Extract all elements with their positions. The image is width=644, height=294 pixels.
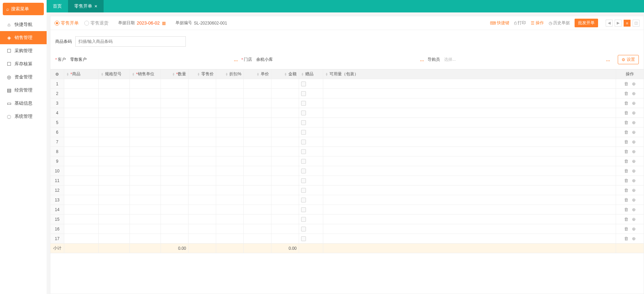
add-row-icon[interactable]: ⊕ (632, 217, 636, 222)
add-row-icon[interactable]: ⊕ (632, 159, 636, 164)
table-row[interactable]: 4🗑⊕ (50, 108, 644, 118)
gift-checkbox[interactable] (301, 207, 306, 212)
barcode-input[interactable] (75, 36, 186, 47)
table-row[interactable]: 8🗑⊕ (50, 147, 644, 157)
table-row[interactable]: 14🗑⊕ (50, 205, 644, 215)
col-spec[interactable]: ▲▼规格型号 (99, 69, 130, 79)
delete-icon[interactable]: 🗑 (624, 120, 628, 125)
delete-icon[interactable]: 🗑 (624, 226, 628, 231)
close-icon[interactable]: ✕ (94, 4, 97, 9)
add-row-icon[interactable]: ⊕ (632, 110, 636, 115)
gift-checkbox[interactable] (301, 130, 306, 135)
col-amount[interactable]: ▲▼金额 (271, 69, 299, 79)
delete-icon[interactable]: 🗑 (624, 236, 628, 241)
col-gift[interactable]: ▲▼赠品 (299, 69, 323, 79)
gift-checkbox[interactable] (301, 169, 306, 173)
gift-checkbox[interactable] (301, 236, 306, 241)
store-value[interactable]: 余杭小库 (256, 57, 417, 63)
sidebar-item-purchase[interactable]: ☐采购管理 (0, 44, 47, 57)
sidebar-item-quicknav[interactable]: ⌂快捷导航 (0, 18, 47, 31)
add-row-icon[interactable]: ⊕ (632, 139, 636, 144)
delete-icon[interactable]: 🗑 (624, 149, 628, 154)
add-row-icon[interactable]: ⊕ (632, 178, 636, 183)
col-available[interactable]: ▲▼可用量（包装） (323, 69, 616, 79)
table-row[interactable]: 7🗑⊕ (50, 137, 644, 147)
prev-icon[interactable]: ◀ (606, 20, 613, 27)
next-icon[interactable]: ▶ (615, 20, 622, 27)
table-row[interactable]: 16🗑⊕ (50, 224, 644, 234)
list-view-icon[interactable]: ≡ (624, 20, 631, 27)
add-row-icon[interactable]: ⊕ (632, 188, 636, 193)
gift-checkbox[interactable] (301, 120, 306, 125)
col-retail[interactable]: ▲▼零售价 (189, 69, 216, 79)
add-row-icon[interactable]: ⊕ (632, 81, 636, 86)
delete-icon[interactable]: 🗑 (624, 101, 628, 106)
operate-button[interactable]: ☰操作 (531, 20, 544, 26)
gift-checkbox[interactable] (301, 217, 306, 222)
add-row-icon[interactable]: ⊕ (632, 130, 636, 135)
delete-icon[interactable]: 🗑 (624, 217, 628, 222)
radio-retail-return[interactable]: 零售退货 (84, 20, 108, 26)
add-row-icon[interactable]: ⊕ (632, 168, 636, 173)
tab-retail-order[interactable]: 零售开单✕ (68, 0, 104, 12)
col-price[interactable]: ▲▼单价 (244, 69, 271, 79)
table-row[interactable]: 11🗑⊕ (50, 176, 644, 186)
gift-checkbox[interactable] (301, 82, 306, 86)
delete-icon[interactable]: 🗑 (624, 197, 628, 202)
sidebar-item-finance[interactable]: ◎资金管理 (0, 70, 47, 84)
settings-button[interactable]: ⚙设置 (618, 55, 639, 64)
gift-checkbox[interactable] (301, 178, 306, 183)
print-button[interactable]: ⎙打印 (514, 20, 526, 26)
delete-icon[interactable]: 🗑 (624, 139, 628, 144)
add-row-icon[interactable]: ⊕ (632, 226, 636, 231)
table-row[interactable]: 2🗑⊕ (50, 89, 644, 98)
delete-icon[interactable]: 🗑 (624, 207, 628, 212)
delete-icon[interactable]: 🗑 (624, 130, 628, 135)
radio-retail-order[interactable]: 零售开单 (55, 20, 79, 26)
add-row-icon[interactable]: ⊕ (632, 149, 636, 154)
table-row[interactable]: 12🗑⊕ (50, 186, 644, 195)
add-row-icon[interactable]: ⊕ (632, 236, 636, 241)
add-row-icon[interactable]: ⊕ (632, 91, 636, 96)
gift-checkbox[interactable] (301, 198, 306, 202)
delete-icon[interactable]: 🗑 (624, 178, 628, 183)
add-row-icon[interactable]: ⊕ (632, 101, 636, 106)
tab-home[interactable]: 首页 (47, 0, 68, 12)
add-row-icon[interactable]: ⊕ (632, 197, 636, 202)
delete-icon[interactable]: 🗑 (624, 159, 628, 164)
col-gear[interactable]: ⚙ (50, 69, 64, 79)
table-row[interactable]: 17🗑⊕ (50, 234, 644, 244)
delete-icon[interactable]: 🗑 (624, 81, 628, 86)
sidebar-item-system[interactable]: ◌系统管理 (0, 110, 47, 123)
wholesale-button[interactable]: 批发开单 (575, 19, 598, 27)
gift-checkbox[interactable] (301, 227, 306, 231)
table-row[interactable]: 5🗑⊕ (50, 118, 644, 127)
sidebar-item-inventory[interactable]: ☐库存核算 (0, 57, 47, 70)
col-product[interactable]: ▲▼*商品 (64, 69, 99, 79)
gift-checkbox[interactable] (301, 91, 306, 96)
add-row-icon[interactable]: ⊕ (632, 207, 636, 212)
search-menu-button[interactable]: ⌕ 搜索菜单 (3, 3, 44, 15)
gift-checkbox[interactable] (301, 159, 306, 164)
customer-value[interactable]: 零散客户 (70, 57, 231, 63)
delete-icon[interactable]: 🗑 (624, 188, 628, 193)
table-row[interactable]: 1🗑⊕ (50, 79, 644, 89)
more-icon[interactable]: … (231, 57, 241, 62)
gift-checkbox[interactable] (301, 101, 306, 106)
delete-icon[interactable]: 🗑 (624, 110, 628, 115)
table-row[interactable]: 13🗑⊕ (50, 195, 644, 205)
shortcut-button[interactable]: ⌨快捷键 (490, 20, 509, 26)
table-row[interactable]: 6🗑⊕ (50, 127, 644, 137)
sidebar-item-business[interactable]: ▤经营管理 (0, 84, 47, 97)
delete-icon[interactable]: 🗑 (624, 91, 628, 96)
delete-icon[interactable]: 🗑 (624, 168, 628, 173)
col-unit[interactable]: ▲▼*销售单位 (130, 69, 161, 79)
sidebar-item-sales[interactable]: ◈销售管理 (0, 31, 47, 44)
gift-checkbox[interactable] (301, 188, 306, 193)
add-row-icon[interactable]: ⊕ (632, 120, 636, 125)
sidebar-item-basicinfo[interactable]: ▭基础信息 (0, 97, 47, 110)
more-icon[interactable]: … (417, 57, 427, 62)
gift-checkbox[interactable] (301, 149, 306, 154)
date-value[interactable]: 2023-06-02 (137, 20, 160, 26)
gift-checkbox[interactable] (301, 111, 306, 115)
